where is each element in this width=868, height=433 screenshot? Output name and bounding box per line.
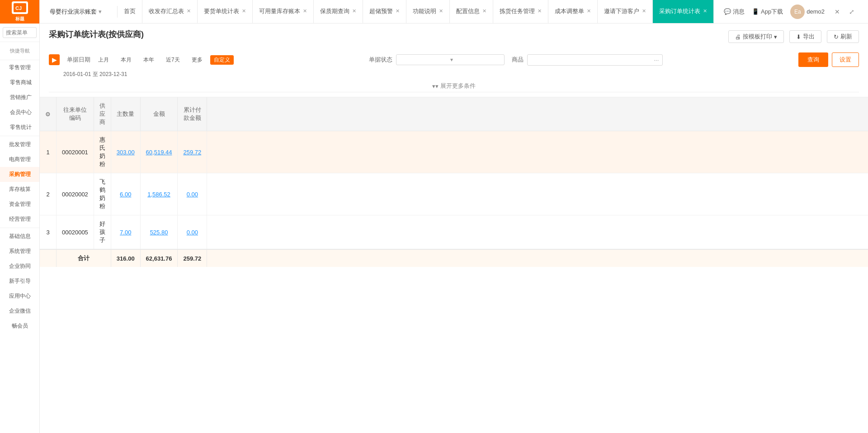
tab-picking[interactable]: 拣货任务管理 ✕ [493, 0, 548, 24]
wechat-label: 企业微信 [3, 307, 37, 315]
tab-invite[interactable]: 邀请下游客户 ✕ [598, 0, 653, 24]
content-header: 采购订单统计表(按供应商) 🖨 按模板打印 ▾ ⬇ 导出 ↻ 刷新 [40, 24, 868, 48]
table-row[interactable]: 2 00020002 飞鹤奶粉 6.00 1,586.52 0.00 [40, 173, 868, 215]
tab-cost-adj[interactable]: 成本调整单 ✕ [548, 0, 598, 24]
tab-cost-adj-close[interactable]: ✕ [587, 8, 591, 14]
message-label: 消息 [733, 8, 745, 16]
store-selector[interactable]: 母婴行业演示账套 ▾ [45, 6, 118, 18]
tab-function-close[interactable]: ✕ [439, 8, 443, 14]
table-row[interactable]: 3 00020005 好孩子 7.00 525.80 0.00 [40, 215, 868, 250]
tab-config[interactable]: 配置信息 ✕ [450, 0, 493, 24]
td-amount-link-3[interactable]: 525.80 [150, 229, 168, 236]
goods-more-icon[interactable]: ··· [654, 57, 659, 63]
th-gear[interactable]: ⚙ [40, 97, 57, 131]
date-btn-more[interactable]: 更多 [188, 55, 207, 65]
window-controls: ✕ ⤢ [832, 6, 857, 17]
print-btn[interactable]: 🖨 按模板打印 ▾ [728, 30, 784, 43]
td-paid-link-2[interactable]: 0.00 [187, 191, 198, 198]
data-table: ⚙ 往来单位编码 供应商 主数量 金额 累计付款金额 1 00020001 惠氏… [40, 97, 868, 267]
query-button[interactable]: 查询 [798, 52, 828, 67]
td-paid-link-3[interactable]: 0.00 [187, 229, 198, 236]
td-qty-link-1[interactable]: 303.00 [117, 149, 135, 156]
tab-expiry-close[interactable]: ✕ [352, 8, 356, 14]
td-amount-link-1[interactable]: 60,519.44 [146, 149, 172, 156]
setting-button[interactable]: 设置 [832, 52, 859, 67]
goods-text-input[interactable] [531, 57, 654, 63]
date-btn-last-month[interactable]: 上月 [94, 55, 113, 65]
sidebar-item-member[interactable]: 会员中心 [0, 105, 39, 120]
table-header-row: ⚙ 往来单位编码 供应商 主数量 金额 累计付款金额 [40, 97, 868, 131]
tab-receive[interactable]: 收发存汇总表 ✕ [142, 0, 198, 24]
sidebar-item-marketing[interactable]: 营销推广 [0, 90, 39, 105]
date-btn-7days[interactable]: 近7天 [162, 55, 184, 65]
sidebar-item-quicknav[interactable]: 快捷导航 [0, 44, 39, 58]
sidebar-item-newuser[interactable]: 新手引导 [0, 274, 39, 289]
sidebar-item-inventory[interactable]: 库存核算 [0, 182, 39, 197]
sidebar-item-system[interactable]: 系统管理 [0, 244, 39, 259]
user-avatar-btn[interactable]: Ea demo2 [790, 5, 825, 19]
tab-receive-close[interactable]: ✕ [187, 8, 191, 14]
sidebar-item-finance[interactable]: 资金管理 [0, 197, 39, 212]
tab-function[interactable]: 功能说明 ✕ [406, 0, 450, 24]
tab-purchase-stat-close[interactable]: ✕ [703, 8, 707, 14]
tab-overstock[interactable]: 超储预警 ✕ [363, 0, 406, 24]
filter-toggle-btn[interactable]: ▶ [49, 54, 60, 65]
avatar: Ea [790, 5, 805, 19]
date-btn-this-month[interactable]: 本月 [117, 55, 136, 65]
tab-purchase-stat[interactable]: 采购订单统计表 ✕ [653, 0, 714, 24]
wholesale-label: 批发管理 [3, 141, 37, 148]
date-custom-btn[interactable]: 自定义 [210, 55, 234, 65]
tab-order-stat[interactable]: 要货单统计表 ✕ [198, 0, 253, 24]
basic-label: 基础信息 [3, 233, 37, 240]
tab-picking-close[interactable]: ✕ [538, 8, 542, 14]
sidebar-item-ecom[interactable]: 电商管理 [0, 152, 39, 167]
date-btn-this-year[interactable]: 本年 [139, 55, 158, 65]
status-select[interactable]: ▾ [396, 54, 505, 65]
search-input[interactable] [3, 27, 37, 38]
sidebar-item-operation[interactable]: 经营管理 [0, 212, 39, 227]
sidebar-item-wechat[interactable]: 企业微信 [0, 304, 39, 319]
message-btn[interactable]: 💬 消息 [724, 8, 745, 16]
tab-overstock-label: 超储预警 [369, 7, 393, 15]
tab-usable-stock-close[interactable]: ✕ [303, 8, 307, 14]
tab-overstock-close[interactable]: ✕ [396, 8, 400, 14]
app-download-btn[interactable]: 📱 App下载 [752, 8, 783, 16]
sidebar-item-retail[interactable]: 零售管理 [0, 60, 39, 75]
td-amount-link-2[interactable]: 1,586.52 [147, 191, 170, 198]
print-dropdown-icon[interactable]: ▾ [774, 33, 777, 40]
tab-order-stat-close[interactable]: ✕ [242, 8, 246, 14]
close-tab-btn[interactable]: ✕ [832, 6, 843, 17]
sidebar-item-purchase[interactable]: 采购管理 [0, 167, 39, 182]
expand-more-btn[interactable]: ▾▾ 展开更多条件 [432, 82, 476, 90]
sidebar-item-vip[interactable]: 畅会员 [0, 319, 39, 333]
footer-paid: 259.72 [178, 249, 207, 267]
td-qty-link-2[interactable]: 6.00 [120, 191, 131, 198]
sidebar-item-retailstat[interactable]: 零售统计 [0, 120, 39, 135]
sidebar-item-wholesale[interactable]: 批发管理 [0, 137, 39, 152]
td-index-1: 1 [40, 131, 57, 173]
tab-usable-stock[interactable]: 可用量库存账本 ✕ [253, 0, 314, 24]
store-dropdown-icon[interactable]: ▾ [99, 8, 102, 15]
sidebar-item-retailshop[interactable]: 零售商城 [0, 75, 39, 90]
td-qty-link-3[interactable]: 7.00 [120, 229, 131, 236]
sidebar-item-enterprise[interactable]: 企业协同 [0, 259, 39, 274]
sidebar-item-basic[interactable]: 基础信息 [0, 229, 39, 244]
tab-home[interactable]: 首页 [118, 0, 142, 24]
export-btn[interactable]: ⬇ 导出 [789, 30, 821, 43]
tab-invite-close[interactable]: ✕ [642, 8, 646, 14]
tab-config-close[interactable]: ✕ [482, 8, 486, 14]
maximize-btn[interactable]: ⤢ [846, 6, 857, 17]
goods-input[interactable]: ··· [527, 54, 663, 66]
td-empty-2 [207, 173, 868, 215]
table-row[interactable]: 1 00020001 惠氏奶粉 303.00 60,519.44 259.72 [40, 131, 868, 173]
td-paid-link-1[interactable]: 259.72 [183, 149, 201, 156]
main: 母婴行业演示账套 ▾ 首页 收发存汇总表 ✕ 要货单统计表 ✕ 可用量库存账本 … [40, 0, 868, 433]
sidebar-item-appcenter[interactable]: 应用中心 [0, 289, 39, 304]
refresh-btn[interactable]: ↻ 刷新 [827, 30, 859, 43]
tab-expiry[interactable]: 保质期查询 ✕ [314, 0, 363, 24]
table-footer-row: 合计 316.00 62,631.76 259.72 [40, 249, 868, 267]
tab-expiry-label: 保质期查询 [320, 7, 349, 15]
print-label: 按模板打印 [743, 33, 772, 41]
td-code-2: 00020002 [57, 173, 94, 215]
goods-label: 商品 [512, 56, 524, 64]
